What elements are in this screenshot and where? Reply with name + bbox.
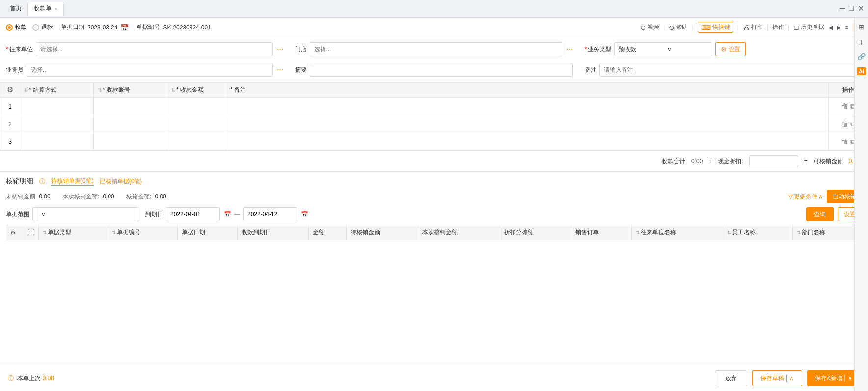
th-settlement: ⇅ * 结算方式 xyxy=(20,83,94,98)
partner-input[interactable] xyxy=(36,42,273,56)
close-tab-icon[interactable]: × xyxy=(54,6,57,12)
th-doc-number: ⇅ 单据编号 xyxy=(108,225,177,240)
biz-type-field: *业务类型 预收款 ∨ ⚙ 设置 xyxy=(585,42,862,56)
due-date-to-input[interactable] xyxy=(243,207,297,221)
verification-header: 核销明细 ⓘ 待核销单据(0笔) 已核销单据(0笔) xyxy=(6,177,862,186)
video-btn[interactable]: ⊙ 视频 xyxy=(640,23,659,31)
table-settings-icon[interactable]: ⚙ xyxy=(7,85,13,94)
delete-row-icon[interactable]: 🗑 xyxy=(841,120,848,128)
remark-cell-1[interactable] xyxy=(226,98,829,115)
remark-cell-2[interactable] xyxy=(226,115,829,133)
doc-range-select[interactable]: ∨ xyxy=(32,207,139,221)
bottom-table-settings-icon[interactable]: ⚙ xyxy=(10,229,16,236)
calendar-to-icon[interactable]: 📅 xyxy=(301,211,308,218)
save-draft-button[interactable]: 保存草稿 ∧ xyxy=(752,370,802,386)
info-icon[interactable]: ⓘ xyxy=(39,177,45,186)
biz-type-select[interactable]: 预收款 ∨ xyxy=(614,42,712,56)
th-due-date: 收款到期日 xyxy=(238,225,309,240)
biz-type-arrow-icon: ∨ xyxy=(663,46,712,53)
th-account: ⇅ * 收款账号 xyxy=(94,83,167,98)
save-draft-arrow-icon[interactable]: ∧ xyxy=(786,375,794,382)
discount-input[interactable] xyxy=(749,155,798,167)
summary-input[interactable] xyxy=(310,63,572,77)
tab-bar: 首页 收款单 × ─ □ ✕ xyxy=(0,0,868,18)
toolbar-right: ⊙ 视频 | ⊙ 帮助 | ⌨ 快捷键 | 🖨 打印 | 操作 | xyxy=(640,22,862,33)
save-new-button[interactable]: 保存&新增 ∧ xyxy=(807,370,860,386)
account-cell-3[interactable] xyxy=(94,133,167,151)
th-setting[interactable]: ⚙ xyxy=(0,83,20,98)
settings-button[interactable]: ⚙ 设置 xyxy=(715,42,746,56)
toolbar: 收款 退款 单据日期 2023-03-24 📅 单据编号 SK-20230324… xyxy=(0,18,868,37)
th-doc-date: 单据日期 xyxy=(177,225,237,240)
calendar-from-icon[interactable]: 📅 xyxy=(224,211,231,218)
tab-receipt[interactable]: 收款单 × xyxy=(27,2,64,16)
due-date-from-input[interactable] xyxy=(166,207,220,221)
help-icon: ⊙ xyxy=(669,24,675,31)
save-new-arrow-icon[interactable]: ∧ xyxy=(844,375,852,382)
sort-icon: ⇅ xyxy=(171,87,175,93)
amount-cell-2[interactable] xyxy=(167,115,226,133)
next-btn[interactable]: ▶ xyxy=(837,24,841,31)
store-more-icon[interactable]: ··· xyxy=(566,45,572,54)
select-all-checkbox[interactable] xyxy=(28,229,34,235)
th-discount: 折扣分摊额 xyxy=(500,225,571,240)
sort-icon: ⇅ xyxy=(636,230,640,235)
sort-icon: ⇅ xyxy=(43,230,47,235)
delete-row-icon[interactable]: 🗑 xyxy=(841,102,848,111)
sort-icon: ⇅ xyxy=(98,87,102,93)
salesperson-input[interactable] xyxy=(27,63,273,77)
refund-radio[interactable]: 退款 xyxy=(32,23,53,31)
prev-btn[interactable]: ◀ xyxy=(828,24,833,31)
done-tab[interactable]: 已核销单据(0笔) xyxy=(100,177,142,186)
tab-home[interactable]: 首页 xyxy=(4,2,27,16)
remark-input[interactable] xyxy=(599,63,862,77)
sort-icon: ⇅ xyxy=(24,87,28,93)
window-minimize-icon[interactable]: ─ xyxy=(840,4,845,13)
table-row: 1 🗑 ⧉ xyxy=(0,98,868,115)
panel-ai-icon[interactable]: Ai xyxy=(856,66,867,77)
amount-cell-3[interactable] xyxy=(167,133,226,151)
list-view-btn[interactable]: ≡ xyxy=(845,24,848,31)
account-cell-1[interactable] xyxy=(94,98,167,115)
pending-tab[interactable]: 待核销单据(0笔) xyxy=(51,177,94,186)
help-btn[interactable]: ⊙ 帮助 xyxy=(669,23,688,31)
panel-layout-icon[interactable]: ◫ xyxy=(856,36,867,47)
more-conditions-btn[interactable]: ▽ 更多条件 ∧ xyxy=(788,190,823,203)
partner-more-icon[interactable]: ··· xyxy=(277,45,283,54)
th-setting[interactable]: ⚙ xyxy=(6,225,24,240)
th-amount: ⇅ * 收款金额 xyxy=(167,83,226,98)
panel-table-icon[interactable]: ⊞ xyxy=(856,22,867,32)
shortcut-btn[interactable]: ⌨ 快捷键 xyxy=(698,22,733,33)
panel-link-icon[interactable]: 🔗 xyxy=(856,51,867,62)
table-row: 3 🗑 ⧉ xyxy=(0,133,868,151)
settlement-cell-3[interactable] xyxy=(20,133,94,151)
calendar-icon[interactable]: 📅 xyxy=(120,24,129,31)
remark-cell-3[interactable] xyxy=(226,133,829,151)
operation-btn[interactable]: 操作 xyxy=(772,23,784,31)
window-restore-icon[interactable]: □ xyxy=(849,4,854,13)
summary-field: 摘要 xyxy=(295,63,572,77)
print-btn[interactable]: 🖨 打印 xyxy=(743,23,763,31)
th-checkbox[interactable] xyxy=(24,225,39,240)
delete-row-icon[interactable]: 🗑 xyxy=(841,138,848,146)
th-remark: * 备注 xyxy=(226,83,829,98)
history-btn[interactable]: ⊡ 历史单据 xyxy=(793,23,824,31)
receipt-table-section: ⚙ ⇅ * 结算方式 ⇅ * 收款账号 xyxy=(0,82,868,151)
settlement-cell-1[interactable] xyxy=(20,98,94,115)
gear-icon: ⚙ xyxy=(721,46,727,53)
account-cell-2[interactable] xyxy=(94,115,167,133)
store-input[interactable] xyxy=(310,42,562,56)
verification-filters: 单据范围 ∨ 到期日 📅 — 📅 查询 设置 xyxy=(6,207,862,221)
amount-cell-1[interactable] xyxy=(167,98,226,115)
abandon-button[interactable]: 放弃 xyxy=(715,370,747,386)
th-doc-type: ⇅ 单据类型 xyxy=(39,225,108,240)
list-icon: ≡ xyxy=(845,24,848,31)
window-close-icon[interactable]: ✕ xyxy=(858,4,864,13)
query-button[interactable]: 查询 xyxy=(806,207,834,221)
summary-row: 收款合计 0.00 + 现金折扣: = 可核销金额 0.00 xyxy=(0,151,868,171)
settlement-cell-2[interactable] xyxy=(20,115,94,133)
receipt-radio[interactable]: 收款 xyxy=(6,23,27,31)
bottom-table: ⚙ ⇅ 单据类型 ⇅ xyxy=(6,225,862,240)
refund-radio-dot xyxy=(32,24,39,31)
salesperson-more-icon[interactable]: ··· xyxy=(277,65,283,74)
